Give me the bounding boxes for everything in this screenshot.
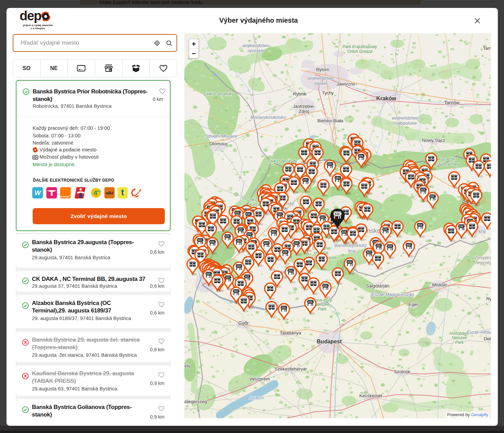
svg-text:Bytom: Bytom	[316, 67, 329, 72]
svg-text:Zempléni: Zempléni	[474, 255, 491, 260]
svg-text:Szolnok: Szolnok	[394, 369, 410, 374]
svg-text:hegység: hegység	[475, 260, 491, 265]
svg-text:Park: Park	[455, 340, 464, 345]
svg-text:Veszprém: Veszprém	[249, 376, 270, 381]
svg-text:Nowy Sącz: Nowy Sącz	[422, 138, 445, 143]
svg-text:Jastrzębie-: Jastrzębie-	[293, 104, 315, 109]
svg-text:województwo: województwo	[307, 76, 334, 81]
svg-text:Zalaegerszeg: Zalaegerszeg	[184, 399, 207, 404]
svg-text:Eger: Eger	[409, 302, 419, 307]
svg-text:Debr: Debr	[484, 336, 491, 341]
svg-text:Nyí: Nyí	[486, 296, 491, 301]
svg-text:Jaworzno: Jaworzno	[336, 82, 355, 87]
svg-text:Miskolc: Miskolc	[432, 282, 447, 287]
svg-text:Budapest: Budapest	[317, 339, 342, 344]
svg-text:CHKO Jeseníky: CHKO Jeseníky	[204, 92, 234, 96]
svg-text:Salgótarján: Salgótarján	[366, 283, 389, 288]
svg-text:małopolskie: małopolskie	[393, 121, 417, 126]
svg-text:Krajobrazowy: Krajobrazowy	[434, 162, 459, 167]
svg-text:Győr: Győr	[238, 320, 249, 326]
svg-text:Nemzeti: Nemzeti	[452, 335, 467, 340]
svg-text:Banskobystrický: Banskobystrický	[334, 243, 367, 248]
svg-text:Zdrój: Zdrój	[299, 109, 309, 114]
svg-text:śląskie: śląskie	[314, 81, 328, 86]
svg-text:województwo: województwo	[392, 115, 418, 121]
svg-text:Bielsko-Biała: Bielsko-Biała	[317, 118, 343, 123]
svg-text:Rybnik: Rybnik	[293, 91, 307, 96]
svg-text:Park Krajobrazowy: Park Krajobrazowy	[343, 44, 378, 49]
svg-text:Kecskemét: Kecskemét	[359, 393, 382, 398]
svg-text:hely: hely	[184, 363, 190, 368]
svg-text:Nemzeti: Nemzeti	[314, 302, 330, 307]
svg-text:Balaton: Balaton	[249, 395, 264, 400]
svg-text:Orlich Gniazd: Orlich Gniazd	[347, 49, 373, 54]
svg-text:Tarnó: Tarnó	[483, 46, 491, 51]
svg-text:Tychy: Tychy	[322, 90, 334, 95]
svg-text:kraj: kraj	[348, 248, 356, 253]
svg-text:4: 4	[93, 189, 98, 197]
svg-text:Kraków: Kraków	[376, 95, 396, 101]
svg-text:Olomouc: Olomouc	[209, 141, 228, 146]
svg-text:KA: KA	[97, 190, 101, 192]
svg-text:Székesfehérvár: Székesfehérvár	[275, 366, 307, 372]
svg-text:Tarnów: Tarnów	[444, 100, 460, 105]
svg-text:Popradzki: Popradzki	[437, 157, 456, 162]
svg-text:opolskie: opolskie	[248, 48, 264, 53]
svg-text:województwo: województwo	[242, 43, 269, 48]
svg-text:Tatabánya: Tatabánya	[280, 330, 301, 335]
svg-text:Moravskoslezsko: Moravskoslezsko	[250, 115, 286, 120]
svg-text:Észak-Magyarország: Észak-Magyarország	[372, 292, 414, 297]
svg-text:Park: Park	[318, 307, 327, 311]
svg-text:Észak-Alföld: Észak-Alföld	[467, 330, 491, 335]
svg-text:Střední Morava: Střední Morava	[205, 134, 237, 139]
